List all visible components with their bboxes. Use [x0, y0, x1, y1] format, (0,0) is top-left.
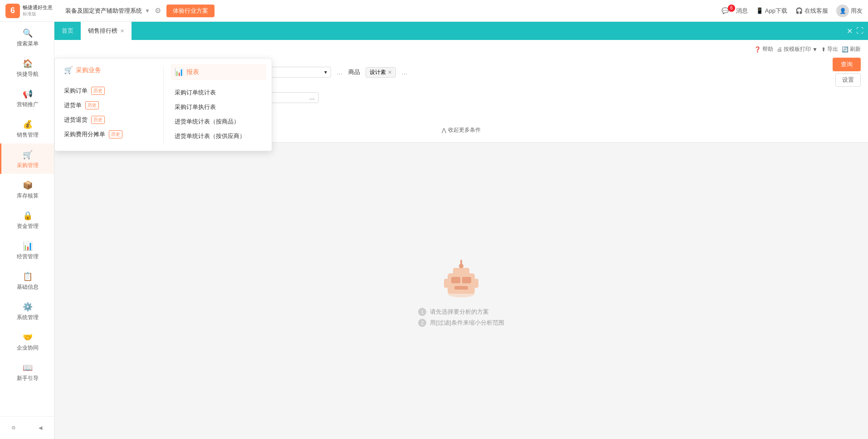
export-btn[interactable]: ⬆ 导出 — [821, 45, 838, 53]
gear-icon[interactable]: ⚙ — [155, 6, 161, 15]
print-dropdown-icon[interactable]: ▼ — [812, 46, 818, 53]
tab-close-icon[interactable]: ✕ — [120, 28, 124, 34]
settings-icon: ⚙ — [11, 425, 16, 431]
logo-icon: 6 — [5, 4, 20, 18]
history-badge: 历史 — [91, 116, 105, 124]
headset-icon: 🎧 — [795, 7, 803, 14]
service-label: 在线客服 — [805, 7, 828, 15]
purchase-menu-section: 🛒 采购业务 采购订单 历史 进货单 历史 进货退货 历史 — [64, 66, 152, 143]
purchase-section-title: 🛒 采购业务 — [64, 66, 152, 78]
menu-item-purchase-order[interactable]: 采购订单 历史 — [64, 84, 152, 98]
empty-state: 1 请先选择要分析的方案 2 用[过滤]条件来缩小分析范围 — [54, 143, 868, 439]
sidebar-item-purchase[interactable]: 🛒 采购管理 — [0, 143, 54, 174]
purchase-icon: 🛒 — [23, 150, 33, 160]
query-btn[interactable]: 查询 — [833, 58, 861, 71]
set-btn[interactable]: 设置 — [835, 73, 861, 87]
sidebar-label-quick: 快捷导航 — [17, 70, 39, 78]
report-section-icon: 📊 — [175, 68, 184, 76]
collapse-icon: ◀ — [39, 425, 42, 431]
step-1-text: 请先选择要分析的方案 — [430, 308, 489, 316]
menu-item-purchase-in[interactable]: 进货单 历史 — [64, 98, 152, 113]
sidebar-item-capital[interactable]: 🔒 资金管理 — [0, 204, 54, 235]
industry-btn[interactable]: 体验行业方案 — [166, 5, 215, 17]
main-layout: 🔍 搜索菜单 🏠 快捷导航 📢 营销推广 💰 销售管理 🛒 采购管理 📦 库存核… — [0, 22, 868, 439]
message-btn[interactable]: 💬 6 消息 — [722, 7, 748, 15]
sidebar-label-sales: 销售管理 — [17, 131, 39, 139]
menu-item-report-3[interactable]: 进货单统计表（按商品） — [175, 114, 263, 129]
logo-sub: 标准版 — [23, 11, 53, 17]
sidebar-label-system: 系统管理 — [17, 314, 39, 321]
sidebar-item-basic[interactable]: 📋 基础信息 — [0, 265, 54, 296]
sidebar-item-search[interactable]: 🔍 搜索菜单 — [0, 22, 54, 52]
salesman-dropdown-icon: … — [309, 94, 315, 101]
empty-step-1: 1 请先选择要分析的方案 — [418, 308, 504, 316]
sidebar-item-quick[interactable]: 🏠 快捷导航 — [0, 52, 54, 83]
sidebar-item-coop[interactable]: 🤝 企业协同 — [0, 326, 54, 356]
goods-tag-close[interactable]: ✕ — [388, 69, 392, 75]
sidebar-collapse-btn[interactable]: ◀ — [27, 421, 54, 434]
sidebar-item-sales[interactable]: 💰 销售管理 — [0, 113, 54, 143]
doc-status-dropdown-icon: ▾ — [324, 69, 327, 75]
refresh-label: 刷新 — [850, 45, 861, 53]
tab-sales-rank[interactable]: 销售排行榜 ✕ — [81, 22, 132, 40]
empty-svg — [434, 255, 488, 301]
sidebar-label-coop: 企业协同 — [17, 344, 39, 352]
app-download-btn[interactable]: 📱 App下载 — [756, 7, 787, 15]
sidebar: 🔍 搜索菜单 🏠 快捷导航 📢 营销推广 💰 销售管理 🛒 采购管理 📦 库存核… — [0, 22, 54, 439]
sidebar-label-capital: 资金管理 — [17, 222, 39, 230]
sidebar-item-system[interactable]: ⚙️ 系统管理 — [0, 296, 54, 326]
sidebar-label-purchase: 采购管理 — [17, 162, 39, 169]
filter-actions-row: ❓ 帮助 🖨 按模板打印 ▼ ⬆ 导出 🔄 — [62, 45, 861, 53]
sidebar-label-search: 搜索菜单 — [17, 40, 39, 48]
purchase-section-icon: 🛒 — [64, 66, 73, 74]
svg-rect-5 — [444, 279, 449, 288]
menu-item-report-4[interactable]: 进货单统计表（按供应商） — [175, 129, 263, 143]
report-section-title: 📊 报表 — [171, 64, 267, 80]
filter-actions: ❓ 帮助 🖨 按模板打印 ▼ ⬆ 导出 🔄 — [754, 45, 861, 53]
export-label: 导出 — [827, 45, 838, 53]
inventory-icon: 📦 — [23, 180, 33, 190]
sidebar-label-marketing: 营销推广 — [17, 101, 39, 109]
menu-item-label: 进货单统计表（按商品） — [175, 118, 239, 126]
menu-item-purchase-cost[interactable]: 采购费用分摊单 历史 — [64, 127, 152, 142]
sidebar-item-guide[interactable]: 📖 新手引导 — [0, 356, 54, 387]
service-btn[interactable]: 🎧 在线客服 — [795, 7, 828, 15]
avatar: 👤 — [836, 5, 849, 17]
user-btn[interactable]: 👤 用友 — [836, 5, 863, 17]
svg-rect-3 — [462, 277, 471, 283]
print-label: 按模板打印 — [784, 45, 811, 53]
dropdown-arrow-icon[interactable]: ▼ — [145, 8, 150, 14]
step-num-2: 2 — [418, 319, 426, 327]
refresh-btn[interactable]: 🔄 刷新 — [842, 45, 861, 53]
menu-item-label: 进货单统计表（按供应商） — [175, 132, 245, 140]
menu-item-label: 采购费用分摊单 — [64, 130, 105, 138]
menu-item-report-2[interactable]: 采购订单执行表 — [175, 100, 263, 114]
step-2-text: 用[过滤]条件来缩小分析范围 — [430, 319, 504, 327]
doc-status-dots[interactable]: … — [336, 69, 343, 76]
help-btn[interactable]: ❓ 帮助 — [754, 45, 773, 53]
marketing-icon: 📢 — [23, 89, 33, 99]
tab-home[interactable]: 首页 — [54, 22, 81, 40]
goods-label: 商品 — [348, 68, 360, 76]
sidebar-settings-btn[interactable]: ⚙ — [0, 421, 27, 434]
sales-icon: 💰 — [23, 119, 33, 129]
operation-icon: 📊 — [23, 241, 33, 251]
history-badge: 历史 — [91, 87, 105, 95]
menu-item-purchase-return[interactable]: 进货退货 历史 — [64, 113, 152, 127]
tab-expand-icon[interactable]: ⛶ — [856, 27, 863, 35]
sidebar-item-inventory[interactable]: 📦 库存核算 — [0, 174, 54, 204]
purchase-dropdown-menu: 🛒 采购业务 采购订单 历史 进货单 历史 进货退货 历史 — [54, 58, 272, 151]
message-label: 消息 — [736, 7, 748, 15]
sidebar-item-marketing[interactable]: 📢 营销推广 — [0, 83, 54, 113]
sidebar-bottom: ⚙ ◀ — [0, 416, 54, 439]
print-btn[interactable]: 🖨 按模板打印 ▼ — [777, 45, 818, 53]
history-badge: 历史 — [109, 130, 122, 138]
goods-dots[interactable]: … — [401, 69, 408, 76]
tab-close-window-icon[interactable]: ✕ — [847, 27, 853, 35]
sidebar-item-operation[interactable]: 📊 经营管理 — [0, 235, 54, 265]
menu-item-report-1[interactable]: 采购订单统计表 — [175, 85, 263, 100]
collapse-label: 收起更多条件 — [448, 126, 481, 134]
coop-icon: 🤝 — [23, 332, 33, 342]
menu-item-label: 采购订单 — [64, 87, 88, 95]
collapse-up-icon: ⋀ — [442, 127, 446, 133]
